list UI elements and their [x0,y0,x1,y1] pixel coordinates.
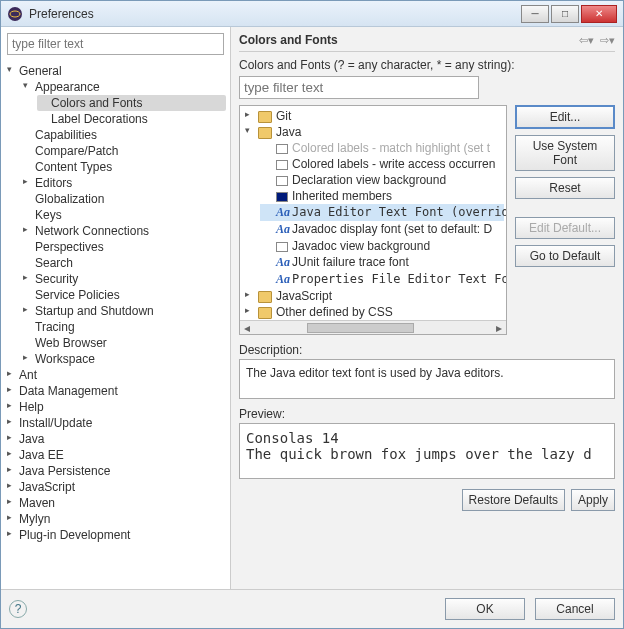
use-system-font-button[interactable]: Use System Font [515,135,615,171]
cf-write-access[interactable]: Colored labels - write access occurren [260,156,504,172]
go-to-default-button[interactable]: Go to Default [515,245,615,267]
preview-line1: Consolas 14 [246,430,608,446]
window-buttons: ─ □ ✕ [521,5,617,23]
scroll-thumb[interactable] [307,323,413,333]
preferences-tree[interactable]: General Appearance Colors and Fonts Labe… [1,61,230,589]
preview-label: Preview: [239,407,615,421]
color-swatch-icon [276,192,288,202]
left-pane: General Appearance Colors and Fonts Labe… [1,27,231,589]
font-icon: Aa [276,205,290,220]
tree-label-decorations[interactable]: Label Decorations [37,111,226,127]
tree-network[interactable]: Network Connections [21,223,226,239]
cf-inherited[interactable]: Inherited members [260,188,504,204]
tree-content-types[interactable]: Content Types [21,159,226,175]
color-swatch-icon [276,176,288,186]
edit-default-button[interactable]: Edit Default... [515,217,615,239]
cf-filter-input[interactable] [239,76,479,99]
tree-compare-patch[interactable]: Compare/Patch [21,143,226,159]
tree-maven[interactable]: Maven [5,495,226,511]
chevron-right-icon[interactable]: ▸ [492,321,506,335]
tree-ant[interactable]: Ant [5,367,226,383]
tree-keys[interactable]: Keys [21,207,226,223]
tree-install-update[interactable]: Install/Update [5,415,226,431]
horizontal-scrollbar[interactable]: ◂▸ [240,320,506,334]
folder-icon [258,307,272,319]
tree-javascript[interactable]: JavaScript [5,479,226,495]
close-button[interactable]: ✕ [581,5,617,23]
folder-icon [258,111,272,123]
font-icon: Aa [276,272,290,287]
minimize-button[interactable]: ─ [521,5,549,23]
tree-tracing[interactable]: Tracing [21,319,226,335]
font-icon: Aa [276,222,290,237]
cf-javascript[interactable]: JavaScript [242,288,504,304]
help-icon[interactable]: ? [9,600,27,618]
footer-buttons: OK Cancel [27,598,615,620]
cf-git[interactable]: Git [242,108,504,124]
body: General Appearance Colors and Fonts Labe… [1,27,623,589]
font-icon: Aa [276,255,290,270]
restore-defaults-button[interactable]: Restore Defaults [462,489,565,511]
tree-capabilities[interactable]: Capabilities [21,127,226,143]
cf-tree[interactable]: Git Java Colored labels - match highligh… [240,106,506,320]
tree-security[interactable]: Security [21,271,226,287]
footer: ? OK Cancel [1,589,623,628]
edit-button[interactable]: Edit... [515,105,615,129]
folder-icon [258,291,272,303]
color-swatch-icon [276,160,288,170]
tree-colors-fonts[interactable]: Colors and Fonts [37,95,226,111]
cf-junit[interactable]: AaJUnit failure trace font [260,254,504,271]
tree-general[interactable]: General [5,63,226,79]
eclipse-icon [7,6,23,22]
cancel-button[interactable]: Cancel [535,598,615,620]
maximize-button[interactable]: □ [551,5,579,23]
cf-decl-bg[interactable]: Declaration view background [260,172,504,188]
panel-title: Colors and Fonts [239,33,579,47]
right-pane: Colors and Fonts ⇦▾ ⇨▾ Colors and Fonts … [231,27,623,589]
tree-editors[interactable]: Editors [21,175,226,191]
color-swatch-icon [276,144,288,154]
preview-box: Consolas 14 The quick brown fox jumps ov… [239,423,615,479]
tree-mylyn[interactable]: Mylyn [5,511,226,527]
bottom-buttons: Restore Defaults Apply [239,489,615,511]
preview-line2: The quick brown fox jumps over the lazy … [246,446,608,462]
cf-editor-font[interactable]: AaJava Editor Text Font (overrides [260,204,504,221]
tree-search[interactable]: Search [21,255,226,271]
nav-icons: ⇦▾ ⇨▾ [579,34,615,47]
description-box: The Java editor text font is used by Jav… [239,359,615,399]
colors-fonts-hint: Colors and Fonts (? = any character, * =… [239,58,615,72]
cf-javadoc-bg[interactable]: Javadoc view background [260,238,504,254]
tree-service-policies[interactable]: Service Policies [21,287,226,303]
tree-perspectives[interactable]: Perspectives [21,239,226,255]
back-icon[interactable]: ⇦▾ [579,34,594,47]
tree-globalization[interactable]: Globalization [21,191,226,207]
cf-javadoc-display[interactable]: AaJavadoc display font (set to default: … [260,221,504,238]
tree-plugin-dev[interactable]: Plug-in Development [5,527,226,543]
titlebar[interactable]: Preferences ─ □ ✕ [1,1,623,27]
preferences-window: Preferences ─ □ ✕ General Appearance Col… [0,0,624,629]
chevron-left-icon[interactable]: ◂ [240,321,254,335]
ok-button[interactable]: OK [445,598,525,620]
cf-props[interactable]: AaProperties File Editor Text Font [260,271,504,288]
color-swatch-icon [276,242,288,252]
tree-java-ee[interactable]: Java EE [5,447,226,463]
reset-button[interactable]: Reset [515,177,615,199]
tree-java-persistence[interactable]: Java Persistence [5,463,226,479]
filter-input[interactable] [7,33,224,55]
cf-tree-wrap: Git Java Colored labels - match highligh… [239,105,507,335]
cf-other-css[interactable]: Other defined by CSS [242,304,504,320]
tree-java[interactable]: Java [5,431,226,447]
forward-icon[interactable]: ⇨▾ [600,34,615,47]
tree-workspace[interactable]: Workspace [21,351,226,367]
tree-web-browser[interactable]: Web Browser [21,335,226,351]
cf-colored-labels[interactable]: Colored labels - match highlight (set t [260,140,504,156]
filter-wrap [7,33,224,55]
tree-help[interactable]: Help [5,399,226,415]
tree-startup[interactable]: Startup and Shutdown [21,303,226,319]
apply-button[interactable]: Apply [571,489,615,511]
tree-data-mgmt[interactable]: Data Management [5,383,226,399]
cf-java[interactable]: Java [242,124,504,140]
folder-icon [258,127,272,139]
tree-appearance[interactable]: Appearance [21,79,226,95]
cf-filter-wrap [239,76,615,99]
